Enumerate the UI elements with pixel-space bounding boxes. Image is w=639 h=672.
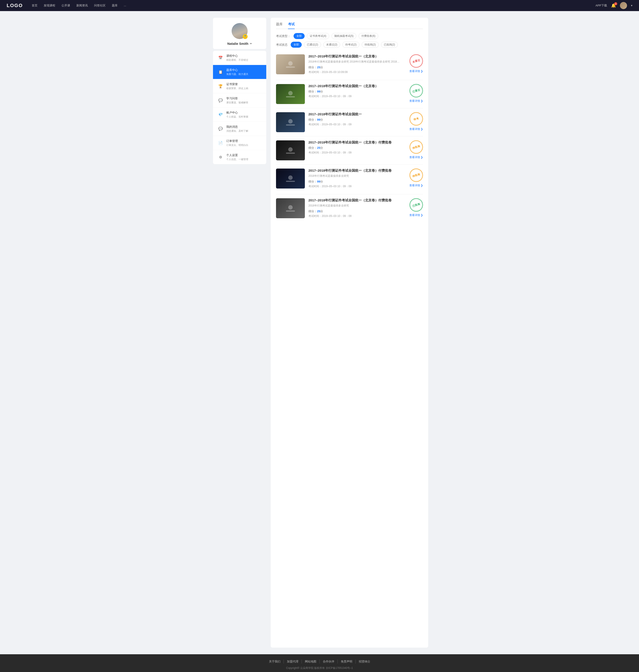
sidebar-item-settings[interactable]: ⚙ 个人设置 个人信息、一键管理 xyxy=(213,150,266,164)
status-stamp: 待批阅 xyxy=(408,139,424,155)
footer-link-4[interactable]: 免责声明 xyxy=(338,660,356,663)
nav-qa[interactable]: 问答社区 xyxy=(94,3,106,7)
sidebar-item-qa[interactable]: 💬 学习问答 课后重温、疑难解答 xyxy=(213,93,266,108)
status-stamp: 已批阅 xyxy=(408,197,424,213)
exam-right-col: 待批阅 查看详情 ❯ xyxy=(405,169,423,188)
svg-rect-8 xyxy=(286,124,295,126)
tab-exam[interactable]: 考试 xyxy=(288,22,295,29)
sidebar-item-sub: 课后重温、疑难解答 xyxy=(226,101,248,104)
exam-info: 2017–2018年行测证件考试全国统一（北京卷） 2018年行测考试是最值得多… xyxy=(308,54,402,76)
filter-status-all[interactable]: 全部 xyxy=(291,42,302,48)
status-stamp: 待考 xyxy=(408,111,424,127)
exam-time: 考试时间：2019–05–03 10：09：09 xyxy=(308,214,402,218)
nav-news[interactable]: 新闻资讯 xyxy=(76,3,88,7)
exam-title[interactable]: 2017–2018年行测证件考试全国统一（北京卷） xyxy=(308,54,402,59)
profile-edit-icon[interactable]: ✏ xyxy=(250,42,252,45)
sidebar-item-title: 学习问答 xyxy=(226,96,248,100)
content-area: 题库 考试 考试类型： 全部 证书类考试(4) 随机抽题考试(5) 付费批卷(6… xyxy=(271,18,428,647)
filter-type-cert[interactable]: 证书类考试(4) xyxy=(307,33,329,39)
exam-title[interactable]: 2017–2018年行测证件考试全国统一（北京卷） xyxy=(308,84,402,88)
filter-status-reviewed[interactable]: 已批阅(2) xyxy=(381,42,398,48)
exam-item: 2017–2018年行测证件考试全国统一 得分：99分 考试时间：2019–05… xyxy=(276,108,423,137)
footer-link-1[interactable]: 加盟代理 xyxy=(284,660,302,663)
svg-point-13 xyxy=(288,175,293,180)
status-stamp: 未通过 xyxy=(408,53,424,69)
tab-bank[interactable]: 题库 xyxy=(276,22,283,29)
content-tabs: 题库 考试 xyxy=(276,22,423,29)
exam-detail-link[interactable]: 查看详情 ❯ xyxy=(409,127,423,131)
exam-title[interactable]: 2017–2018年行测证件考试全国统一（北京卷）付费批卷 xyxy=(308,169,402,173)
profile-username: Natalie Smith xyxy=(227,42,248,46)
filter-status-passed[interactable]: 已通过(2) xyxy=(304,42,321,48)
list-icon: 📋 xyxy=(217,70,224,74)
filter-status-review[interactable]: 待批阅(2) xyxy=(362,42,379,48)
chevron-down-icon[interactable]: ▾ xyxy=(631,4,632,7)
nav-more[interactable]: ... xyxy=(124,3,126,7)
nav-home[interactable]: 首页 xyxy=(32,3,37,7)
sidebar-item-question-bank[interactable]: 📋 题库中心 海量习题、助力通关 xyxy=(213,65,266,79)
filter-status-pending[interactable]: 待考试(2) xyxy=(342,42,359,48)
exam-title[interactable]: 2017–2018年行测证件考试全国统一（北京卷）付费批卷 xyxy=(308,140,402,145)
sidebar-item-account[interactable]: 💎 账户中心 个人权益、实时掌握 xyxy=(213,108,266,122)
filter-status-failed[interactable]: 未通过(2) xyxy=(323,42,340,48)
sidebar-item-certificate[interactable]: 🏆 证书荣誉 收获荣誉、持证上岗 xyxy=(213,79,266,93)
exam-score-value: 99 xyxy=(317,118,320,121)
avatar[interactable] xyxy=(620,2,627,9)
sidebar-item-title: 订单管理 xyxy=(226,139,248,143)
svg-point-7 xyxy=(288,119,293,124)
bell-badge: 1 xyxy=(614,2,617,5)
filter-type-all[interactable]: 全部 xyxy=(294,33,305,39)
nav-discover[interactable]: 发现课程 xyxy=(44,3,55,7)
sidebar-item-sub: 个人权益、实时掌握 xyxy=(226,115,248,118)
sidebar-item-title: 证书荣誉 xyxy=(226,82,248,86)
main-container: 🏅 Natalie Smith ✏ 📅 课程中心 精彩课程、不容错过 📋 题库中… xyxy=(208,11,431,654)
exam-detail-link[interactable]: 查看详情 ❯ xyxy=(409,156,423,159)
filter-type-paid[interactable]: 付费批卷(6) xyxy=(359,33,378,39)
exam-item: 2017–2018年行测证件考试全国统一（北京卷）付费批卷 得分：25分 考试时… xyxy=(276,137,423,164)
sidebar-item-sub: 收获荣誉、持证上岗 xyxy=(226,87,248,90)
exam-time: 考试时间：2019–05–03 10：09：09 xyxy=(308,123,402,126)
avatar-image xyxy=(620,2,627,9)
sidebar-menu: 📅 课程中心 精彩课程、不容错过 📋 题库中心 海量习题、助力通关 🏆 证书荣誉 xyxy=(213,51,266,164)
exam-detail-link[interactable]: 查看详情 ❯ xyxy=(409,99,423,103)
footer-link-0[interactable]: 关于我们 xyxy=(266,660,284,663)
app-download-button[interactable]: APP下载 xyxy=(595,3,607,7)
exam-desc: 2018年行测考试是最值得多去研究 xyxy=(308,174,402,178)
exam-right-col: 待考 查看详情 ❯ xyxy=(405,112,423,131)
footer-link-5[interactable]: 招贤纳士 xyxy=(356,660,373,663)
gear-icon: ⚙ xyxy=(217,155,224,159)
exam-score-value: 25 xyxy=(317,210,320,213)
exam-score-value: 25 xyxy=(317,66,320,69)
sidebar-item-title: 题库中心 xyxy=(226,68,248,72)
filter-type-row: 考试类型： 全部 证书类考试(4) 随机抽题考试(5) 付费批卷(6) xyxy=(276,33,423,39)
sidebar-item-course-center[interactable]: 📅 课程中心 精彩课程、不容错过 xyxy=(213,51,266,65)
footer-link-2[interactable]: 网站地图 xyxy=(302,660,320,663)
sidebar-item-messages[interactable]: 💬 我的消息 消息通知、及时了解 xyxy=(213,122,266,136)
exam-right-col: 已通过 查看详情 ❯ xyxy=(405,84,423,103)
sidebar-item-sub: 海量习题、助力通关 xyxy=(226,73,248,76)
filter-type-random[interactable]: 随机抽题考试(5) xyxy=(331,33,357,39)
notification-bell[interactable]: 🔔 1 xyxy=(611,3,616,8)
sidebar-item-text-qa: 学习问答 课后重温、疑难解答 xyxy=(226,96,248,104)
exam-detail-link[interactable]: 查看详情 ❯ xyxy=(409,69,423,73)
exam-time: 考试时间：2019–05–03 10:09:09 xyxy=(308,70,402,74)
exam-info: 2017–2018年行测证件考试全国统一（北京卷）付费批卷 2018年行测考试是… xyxy=(308,198,402,220)
footer-link-3[interactable]: 合作伙伴 xyxy=(320,660,338,663)
filter-status-label: 考试状态 xyxy=(276,43,287,47)
exam-detail-link[interactable]: 查看详情 ❯ xyxy=(409,183,423,188)
filter-type-label: 考试类型： xyxy=(276,34,291,38)
navbar-right: APP下载 🔔 1 ▾ xyxy=(595,2,632,9)
sidebar-item-orders[interactable]: 📄 订单管理 订单支出、明明白白 xyxy=(213,136,266,150)
svg-point-4 xyxy=(288,91,293,95)
exam-title[interactable]: 2017–2018年行测证件考试全国统一（北京卷）付费批卷 xyxy=(308,198,402,203)
nav-bank[interactable]: 题库 xyxy=(112,3,118,7)
sidebar-item-sub: 个人信息、一键管理 xyxy=(226,158,248,161)
exam-title[interactable]: 2017–2018年行测证件考试全国统一 xyxy=(308,112,402,116)
exam-detail-link[interactable]: 查看详情 ❯ xyxy=(409,213,423,217)
nav-open-course[interactable]: 公开课 xyxy=(61,3,70,7)
exam-score-value: 99 xyxy=(317,90,320,93)
logo: LOGO xyxy=(7,3,23,9)
trophy-icon: 🏆 xyxy=(217,84,224,88)
exam-desc: 2018年行测考试是最值得多去研究 xyxy=(308,204,402,208)
exam-thumbnail xyxy=(276,140,305,160)
